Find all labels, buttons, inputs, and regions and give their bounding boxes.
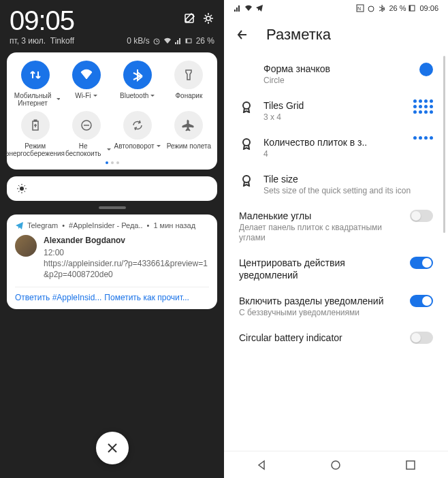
- wifi-icon: [80, 68, 93, 82]
- battery-pct: 26 %: [196, 36, 214, 46]
- toggle-switch[interactable]: [410, 295, 433, 307]
- tile-dnd[interactable]: Не беспокоить: [62, 111, 111, 157]
- back-icon[interactable]: [236, 28, 250, 42]
- svg-rect-13: [409, 5, 411, 11]
- net-speed: 0 kB/s: [127, 36, 149, 46]
- wifi-icon: [244, 4, 253, 12]
- nav-home-icon[interactable]: [330, 460, 341, 471]
- left-phone-notification-shade: 09:05 пт, 3 июл. Tinkoff 0 kB/s 26 % Моб…: [0, 0, 224, 478]
- telegram-icon: [15, 221, 23, 229]
- airplane-icon: [182, 118, 195, 132]
- chevron-down-icon: [106, 147, 111, 153]
- page-title: Разметка: [266, 26, 331, 44]
- svg-point-16: [243, 176, 250, 182]
- svg-rect-6: [34, 120, 37, 121]
- clock: 09:05: [10, 5, 74, 36]
- tile-mobile-data[interactable]: Мобильный Интернет: [11, 61, 60, 107]
- svg-text:N: N: [357, 6, 361, 11]
- notification-card[interactable]: Telegram• #AppleInsider - Реда..• 1 мин …: [7, 214, 217, 309]
- alarm-icon: [367, 4, 375, 12]
- notification-sender: Alexander Bogdanov: [44, 235, 208, 246]
- tile-wifi[interactable]: Wi-Fi: [62, 61, 111, 107]
- battery-icon: [409, 4, 417, 12]
- chevron-down-icon: [56, 97, 59, 102]
- circle-preview-icon: [419, 63, 433, 76]
- bluetooth-icon: [131, 68, 144, 82]
- svg-point-14: [243, 102, 250, 109]
- navigation-bar: [224, 451, 448, 478]
- telegram-icon: [255, 4, 263, 12]
- setting-tiles-grid[interactable]: Tiles Grid3 x 4: [224, 93, 448, 129]
- svg-rect-4: [186, 39, 187, 43]
- scrollbar[interactable]: [443, 56, 445, 233]
- alarm-icon: [153, 37, 161, 45]
- badge-icon: [240, 101, 253, 113]
- bluetooth-icon: [378, 4, 386, 12]
- status-subheader: пт, 3 июл. Tinkoff 0 kB/s 26 %: [0, 36, 224, 52]
- brightness-icon: [16, 183, 27, 194]
- brightness-slider-card[interactable]: [7, 176, 217, 201]
- setting-tile-count[interactable]: Количество плиток в з..4: [224, 129, 448, 166]
- setting-small-corners[interactable]: Маленькие углыДелает панель плиток с ква…: [224, 203, 448, 250]
- svg-point-15: [243, 139, 250, 146]
- signal-icon: [174, 37, 182, 45]
- battery-icon: [29, 118, 42, 132]
- svg-point-8: [20, 187, 24, 191]
- tile-flashlight[interactable]: Фонарик: [164, 61, 213, 107]
- tile-battery-saver[interactable]: Режим энергосбережения: [11, 111, 60, 157]
- setting-notification-sections[interactable]: Включить разделы уведомленийС беззвучным…: [224, 288, 448, 325]
- notification-header: Telegram• #AppleInsider - Реда..• 1 мин …: [15, 221, 209, 229]
- toggle-switch[interactable]: [410, 210, 433, 222]
- battery-icon: [185, 37, 193, 45]
- right-phone-settings: N 26 % 09:06 Разметка Форма значковCircl…: [224, 0, 448, 478]
- svg-point-11: [368, 6, 374, 12]
- badge-icon: [240, 138, 253, 150]
- tile-autorotate[interactable]: Автоповорот: [113, 111, 162, 157]
- data-swap-icon: [29, 68, 42, 82]
- grid-preview-icon: [413, 99, 433, 114]
- wifi-icon: [163, 37, 172, 45]
- setting-center-actions[interactable]: Центрировать действия уведомлений: [224, 250, 448, 288]
- toggle-switch[interactable]: [410, 257, 433, 269]
- drag-handle[interactable]: [99, 206, 126, 209]
- chevron-down-icon: [156, 144, 161, 149]
- app-bar: Разметка: [224, 16, 448, 56]
- status-header: 09:05: [0, 0, 224, 36]
- carrier: Tinkoff: [50, 36, 74, 46]
- svg-point-1: [206, 16, 210, 20]
- setting-icon-shape[interactable]: Форма значковCircle: [224, 56, 448, 93]
- close-button[interactable]: [96, 432, 129, 464]
- page-indicator: [10, 161, 214, 164]
- date: пт, 3 июл.: [10, 36, 46, 46]
- gear-icon[interactable]: [202, 12, 214, 25]
- nav-back-icon[interactable]: [256, 460, 267, 471]
- signal-icon: [234, 4, 242, 12]
- edit-icon[interactable]: [183, 12, 195, 25]
- reply-action[interactable]: Ответить #AppleInsid...: [15, 293, 101, 302]
- nav-recent-icon[interactable]: [405, 460, 416, 471]
- svg-rect-18: [406, 461, 415, 469]
- rotate-icon: [131, 118, 144, 132]
- quick-settings-panel: Мобильный Интернет Wi-Fi Bluetooth Фонар…: [7, 52, 217, 170]
- mark-read-action[interactable]: Пометить как прочит...: [104, 293, 189, 302]
- tile-airplane[interactable]: Режим полета: [164, 111, 213, 157]
- toggle-switch[interactable]: [410, 332, 433, 344]
- badge-icon: [240, 174, 253, 187]
- status-bar: N 26 % 09:06: [224, 0, 448, 16]
- row-preview-icon: [413, 136, 433, 140]
- avatar: [15, 235, 37, 257]
- setting-circular-battery[interactable]: Circular battery indicator: [224, 325, 448, 351]
- tile-bluetooth[interactable]: Bluetooth: [113, 61, 162, 107]
- setting-tile-size[interactable]: Tile sizeSets size of the quick setting …: [224, 166, 448, 203]
- chevron-down-icon: [93, 93, 98, 99]
- close-icon: [107, 443, 118, 453]
- dnd-icon: [80, 118, 93, 132]
- nfc-icon: N: [356, 4, 364, 12]
- svg-point-17: [332, 461, 340, 469]
- settings-list: Форма значковCircle Tiles Grid3 x 4 Коли…: [224, 56, 448, 351]
- notification-actions: Ответить #AppleInsid... Пометить как про…: [15, 287, 209, 302]
- flashlight-icon: [182, 68, 195, 82]
- chevron-down-icon: [150, 93, 155, 99]
